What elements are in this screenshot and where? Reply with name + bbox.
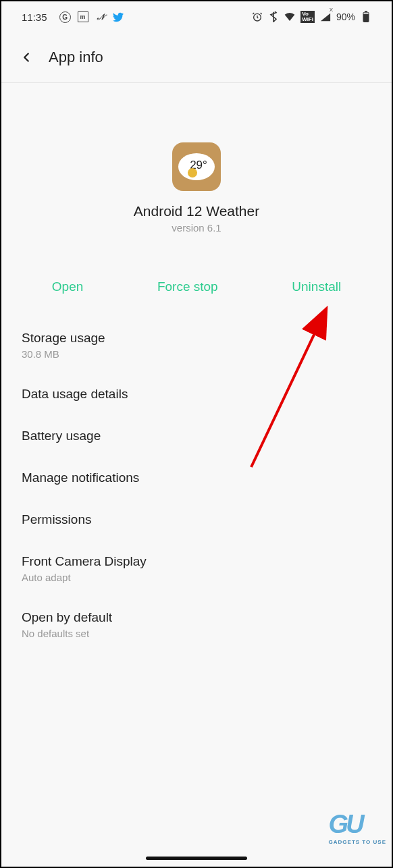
setting-title: Open by default [22,610,371,625]
setting-title: Storage usage [22,331,371,346]
setting-title: Front Camera Display [22,554,371,569]
setting-open-by-default[interactable]: Open by default No defaults set [22,597,371,653]
bluetooth-icon [268,11,279,22]
app-icon: 29° [172,142,221,191]
setting-data-usage[interactable]: Data usage details [22,373,371,415]
status-right: VoWiFi X 90% [252,11,371,23]
uninstall-button[interactable]: Uninstall [292,279,341,294]
vowifi-icon: VoWiFi [300,11,315,23]
setting-battery-usage[interactable]: Battery usage [22,415,371,457]
status-left: 11:35 G m 𝒩 [22,11,124,23]
m-icon: m [78,11,88,22]
setting-title: Battery usage [22,429,371,443]
twitter-icon [113,11,124,22]
alarm-icon [252,11,263,22]
setting-title: Permissions [22,512,371,527]
app-name: Android 12 Weather [134,203,259,219]
setting-manage-notifications[interactable]: Manage notifications [22,457,371,499]
setting-title: Data usage details [22,387,371,402]
force-stop-button[interactable]: Force stop [157,279,218,294]
app-header-section: 29° Android 12 Weather version 6.1 [1,83,392,256]
settings-list: Storage usage 30.8 MB Data usage details… [1,317,392,653]
setting-title: Manage notifications [22,470,371,485]
setting-storage-usage[interactable]: Storage usage 30.8 MB [22,317,371,373]
status-time: 11:35 [22,11,47,23]
signal-icon: X [320,11,331,22]
header-bar: App info [1,30,392,82]
watermark: GU GADGETS TO USE [329,810,386,845]
wifi-icon [284,11,295,22]
status-bar: 11:35 G m 𝒩 VoWiFi X 90% [1,1,392,30]
page-title: App info [49,49,103,66]
n-icon: 𝒩 [95,11,106,22]
battery-percentage: 90% [336,11,355,22]
svg-rect-3 [363,13,368,14]
open-button[interactable]: Open [52,279,83,294]
setting-permissions[interactable]: Permissions [22,499,371,541]
watermark-logo: GU [329,810,386,839]
app-icon-temp: 29° [178,153,215,180]
google-icon: G [59,11,71,23]
sun-icon [188,168,197,178]
watermark-text: GADGETS TO USE [329,839,386,845]
nav-bar-indicator[interactable] [146,857,247,860]
svg-rect-2 [365,11,367,12]
setting-front-camera[interactable]: Front Camera Display Auto adapt [22,541,371,597]
action-row: Open Force stop Uninstall [1,256,392,317]
setting-sub: Auto adapt [22,572,371,583]
setting-sub: 30.8 MB [22,348,371,360]
setting-sub: No defaults set [22,628,371,639]
battery-icon [361,11,371,22]
app-version: version 6.1 [172,222,221,234]
back-icon[interactable] [19,50,34,65]
